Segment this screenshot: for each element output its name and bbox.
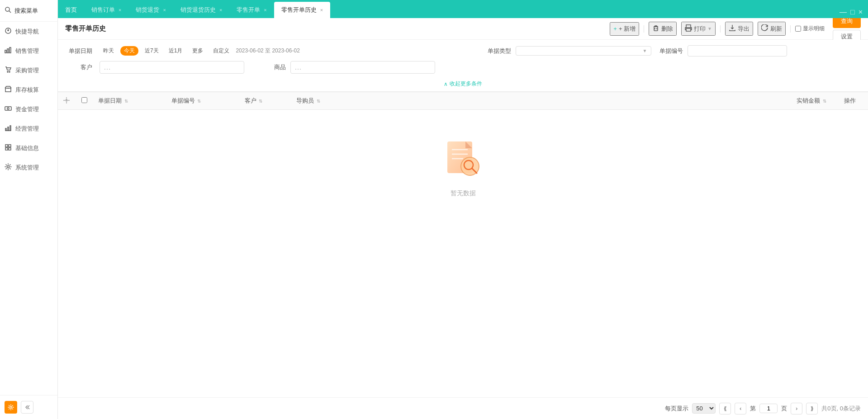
prev-page-button[interactable]: ‹ bbox=[735, 403, 746, 414]
export-button[interactable]: 导出 bbox=[725, 22, 753, 36]
page-number-input[interactable] bbox=[759, 404, 778, 413]
sidebar-search-label: 搜索菜单 bbox=[14, 7, 38, 15]
table-col-number[interactable]: 单据编号 ⇅ bbox=[166, 92, 239, 110]
chart-icon bbox=[5, 47, 12, 55]
tab-home[interactable]: 首页 bbox=[58, 2, 84, 18]
sidebar: 搜索菜单 快捷导航 销售管理 采购管理 bbox=[0, 0, 58, 419]
sidebar-item-label: 基础信息 bbox=[15, 144, 39, 152]
delete-button[interactable]: 删除 bbox=[649, 22, 677, 36]
col-customer-label: 客户 bbox=[245, 97, 256, 104]
date-option-7days[interactable]: 近7天 bbox=[141, 46, 162, 56]
goods-select[interactable]: … bbox=[290, 61, 435, 74]
close-button[interactable]: × bbox=[859, 8, 863, 16]
chevron-down-icon: ▼ bbox=[643, 48, 647, 53]
number-input[interactable] bbox=[688, 45, 787, 56]
export-label: 导出 bbox=[738, 25, 749, 33]
window-controls: — □ × bbox=[834, 8, 868, 18]
divider3 bbox=[790, 25, 791, 33]
print-dropdown-icon[interactable]: ▼ bbox=[707, 26, 712, 31]
close-icon[interactable]: × bbox=[163, 7, 166, 13]
show-detail-checkbox[interactable]: 显示明细 bbox=[795, 25, 825, 33]
bar-icon bbox=[5, 124, 12, 133]
export-icon bbox=[729, 24, 736, 33]
current-page-label: 第 bbox=[750, 405, 756, 413]
date-range-display: 2023-06-02 至 2023-06-02 bbox=[236, 47, 299, 55]
date-option-yesterday[interactable]: 昨天 bbox=[100, 46, 118, 56]
sidebar-collapse-button[interactable] bbox=[21, 401, 33, 414]
add-button[interactable]: + + 新增 bbox=[610, 22, 639, 36]
svg-rect-22 bbox=[9, 148, 11, 150]
sidebar-item-quick-nav[interactable]: 快捷导航 bbox=[0, 22, 57, 41]
filter-row-1: 单据日期 昨天 今天 近7天 近1月 更多 自定义 2023-06-02 至 2… bbox=[65, 45, 861, 56]
show-detail-label: 显示明细 bbox=[803, 25, 825, 33]
tab-sales-return-history-label: 销货退货历史 bbox=[180, 6, 216, 14]
sidebar-item-base-info[interactable]: 基础信息 bbox=[0, 138, 57, 158]
per-page-label: 每页显示 bbox=[665, 405, 688, 413]
close-icon[interactable]: × bbox=[320, 7, 323, 13]
settings-icon bbox=[5, 163, 12, 172]
tab-retail-open[interactable]: 零售开单 × bbox=[229, 2, 274, 18]
minimize-button[interactable]: — bbox=[840, 8, 847, 16]
table-col-date[interactable]: 单据日期 ⇅ bbox=[93, 92, 166, 110]
sidebar-item-sys-mgmt[interactable]: 系统管理 bbox=[0, 158, 57, 177]
tab-retail-history[interactable]: 零售开单历史 × bbox=[274, 2, 330, 18]
first-page-button[interactable]: ⟪ bbox=[719, 403, 731, 414]
date-option-custom[interactable]: 自定义 bbox=[209, 46, 233, 56]
sidebar-item-inventory[interactable]: 库存核算 bbox=[0, 80, 57, 99]
total-info: 共0页, 0条记录 bbox=[821, 405, 861, 413]
page-title: 零售开单历史 bbox=[65, 24, 106, 33]
tab-sales-order[interactable]: 销售订单 × bbox=[84, 2, 128, 18]
table-col-amount[interactable]: 实销金额 ⇅ bbox=[759, 92, 832, 110]
sidebar-item-label: 资金管理 bbox=[15, 105, 39, 113]
type-select[interactable]: ▼ bbox=[516, 46, 651, 56]
sidebar-item-purchase-mgmt[interactable]: 采购管理 bbox=[0, 61, 57, 80]
table-col-extra bbox=[354, 92, 759, 110]
customer-select[interactable]: … bbox=[100, 61, 244, 74]
maximize-button[interactable]: □ bbox=[850, 8, 855, 16]
tab-sales-return-history[interactable]: 销货退货历史 × bbox=[173, 2, 229, 18]
svg-rect-17 bbox=[8, 127, 9, 131]
table-col-settings[interactable] bbox=[58, 92, 76, 110]
close-icon[interactable]: × bbox=[264, 7, 266, 13]
next-page-button[interactable]: › bbox=[791, 403, 802, 414]
close-icon[interactable]: × bbox=[219, 7, 222, 13]
add-icon: + bbox=[613, 25, 617, 32]
sidebar-item-finance[interactable]: 资金管理 bbox=[0, 99, 57, 119]
content-area: 零售开单历史 + + 新增 bbox=[58, 18, 868, 419]
money-icon bbox=[5, 105, 12, 113]
select-all-checkbox[interactable] bbox=[81, 97, 87, 103]
last-page-button[interactable]: ⟫ bbox=[806, 403, 818, 414]
sidebar-item-sales-mgmt[interactable]: 销售管理 bbox=[0, 41, 57, 61]
sidebar-bottom bbox=[0, 395, 57, 419]
date-filter-label: 单据日期 bbox=[65, 47, 92, 55]
svg-point-30 bbox=[66, 99, 67, 101]
sidebar-item-operations[interactable]: 经营管理 bbox=[0, 119, 57, 138]
table-col-salesperson[interactable]: 导购员 ⇅ bbox=[291, 92, 353, 110]
svg-point-23 bbox=[7, 166, 9, 168]
close-icon[interactable]: × bbox=[119, 7, 121, 13]
collapse-filter-button[interactable]: ∧ 收起更多条件 bbox=[65, 78, 861, 91]
sidebar-search[interactable]: 搜索菜单 bbox=[0, 0, 57, 22]
svg-marker-3 bbox=[7, 28, 9, 31]
show-detail-check[interactable] bbox=[795, 26, 801, 32]
number-filter-label: 单据编号 bbox=[656, 47, 683, 55]
filter-area: 单据日期 昨天 今天 近7天 近1月 更多 自定义 2023-06-02 至 2… bbox=[58, 40, 868, 92]
date-option-1month[interactable]: 近1月 bbox=[165, 46, 186, 56]
query-button[interactable]: 查询 bbox=[833, 18, 861, 28]
svg-rect-18 bbox=[10, 126, 11, 131]
date-option-more[interactable]: 更多 bbox=[189, 46, 207, 56]
table-col-customer[interactable]: 客户 ⇅ bbox=[239, 92, 291, 110]
main-area: 首页 销售订单 × 销货退货 × 销货退货历史 × 零售开单 × 零售开单历史 … bbox=[58, 0, 868, 419]
date-option-today[interactable]: 今天 bbox=[120, 46, 138, 56]
per-page-select[interactable]: 50 20 100 bbox=[692, 403, 716, 414]
svg-rect-4 bbox=[5, 50, 6, 53]
refresh-button[interactable]: 刷新 bbox=[758, 22, 786, 36]
svg-rect-6 bbox=[9, 47, 11, 53]
sort-icon: ⇅ bbox=[197, 99, 201, 104]
print-button[interactable]: 打印 ▼ bbox=[681, 22, 716, 36]
svg-rect-21 bbox=[5, 148, 8, 150]
gear-button[interactable] bbox=[5, 401, 17, 414]
svg-point-12 bbox=[7, 108, 9, 109]
tab-sales-return[interactable]: 销货退货 × bbox=[128, 2, 173, 18]
table-col-check[interactable] bbox=[76, 92, 93, 110]
